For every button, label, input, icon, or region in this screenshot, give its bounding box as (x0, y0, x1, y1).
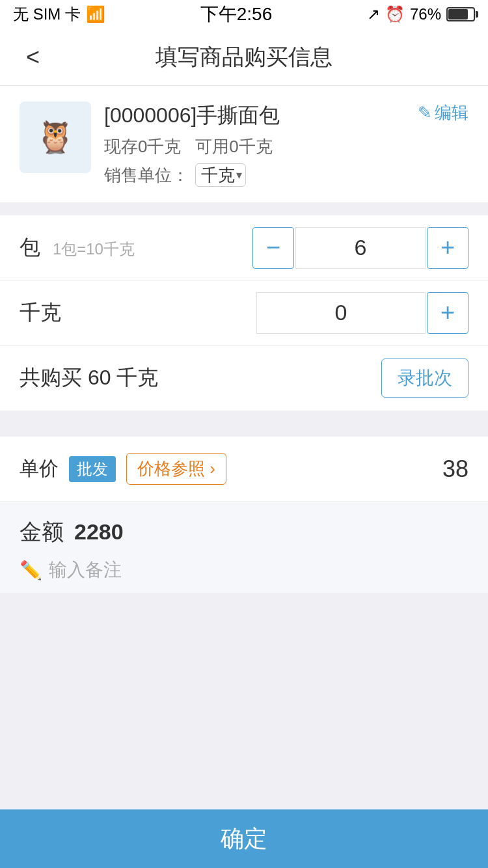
location-icon: ↗ (367, 5, 380, 23)
nav-bar: < 填写商品购买信息 (0, 29, 488, 86)
unit-select-input[interactable]: 千克 (195, 163, 246, 187)
status-time: 下午2:56 (200, 2, 273, 27)
product-stock: 现存0千克 可用0千克 (104, 135, 468, 158)
divider-1 (0, 202, 488, 215)
product-logo-icon: 🦉 (36, 119, 75, 156)
wifi-icon: 📶 (86, 5, 105, 23)
battery-percent: 76% (410, 5, 441, 23)
amount-row: 金额2280 (20, 517, 468, 547)
kilogram-quantity-control: + (256, 292, 468, 334)
price-reference-button[interactable]: 价格参照 › (126, 453, 226, 485)
note-row[interactable]: ✏️ 输入备注 (20, 558, 468, 582)
package-quantity-control: − + (252, 227, 468, 269)
bottom-area (0, 593, 488, 821)
amount-section: 金额2280 ✏️ 输入备注 (0, 502, 488, 593)
edit-icon: ✎ (418, 103, 432, 123)
product-card: 🦉 [0000006]手撕面包 现存0千克 可用0千克 销售单位： 千克 ✎ 编… (0, 86, 488, 202)
kilogram-label: 千克 (20, 299, 256, 327)
package-quantity-input[interactable] (295, 227, 426, 269)
page-title: 填写商品购买信息 (156, 42, 332, 72)
amount-value: 2280 (74, 519, 124, 544)
kilogram-plus-button[interactable]: + (427, 292, 468, 334)
divider-2 (0, 411, 488, 424)
record-batch-button[interactable]: 录批次 (381, 359, 468, 398)
input-section: 包 1包=10千克 − + 千克 + 共购买 60 千克 录批次 (0, 215, 488, 411)
price-type-tag: 批发 (69, 456, 116, 482)
product-name: [0000006]手撕面包 (104, 102, 468, 130)
product-info: [0000006]手撕面包 现存0千克 可用0千克 销售单位： 千克 (104, 102, 468, 187)
pencil-icon: ✏️ (20, 560, 42, 581)
kilogram-quantity-input[interactable] (256, 292, 426, 334)
total-text: 共购买 60 千克 (20, 364, 381, 392)
price-value: 38 (442, 455, 468, 483)
alarm-icon: ⏰ (385, 5, 405, 23)
status-left: 无 SIM 卡 📶 (13, 4, 105, 25)
edit-button[interactable]: ✎ 编辑 (418, 102, 468, 124)
price-row: 单价 批发 价格参照 › 38 (0, 437, 488, 502)
package-plus-button[interactable]: + (427, 227, 468, 269)
price-section: 单价 批发 价格参照 › 38 (0, 437, 488, 502)
battery-icon (446, 7, 475, 21)
package-row: 包 1包=10千克 − + (0, 215, 488, 280)
package-label: 包 1包=10千克 (20, 234, 252, 262)
note-placeholder[interactable]: 输入备注 (49, 558, 122, 582)
status-bar: 无 SIM 卡 📶 下午2:56 ↗ ⏰ 76% (0, 0, 488, 29)
total-row: 共购买 60 千克 录批次 (0, 346, 488, 411)
confirm-button[interactable]: 确定 (0, 809, 488, 868)
unit-selector[interactable]: 千克 (195, 163, 246, 187)
product-unit-row: 销售单位： 千克 (104, 163, 468, 187)
product-image: 🦉 (20, 102, 91, 173)
package-hint: 1包=10千克 (53, 240, 135, 258)
package-minus-button[interactable]: − (252, 227, 294, 269)
carrier-text: 无 SIM 卡 (13, 4, 81, 25)
kilogram-row: 千克 + (0, 280, 488, 346)
status-right: ↗ ⏰ 76% (367, 5, 475, 23)
price-label: 单价 (20, 455, 59, 482)
back-button[interactable]: < (20, 37, 46, 77)
